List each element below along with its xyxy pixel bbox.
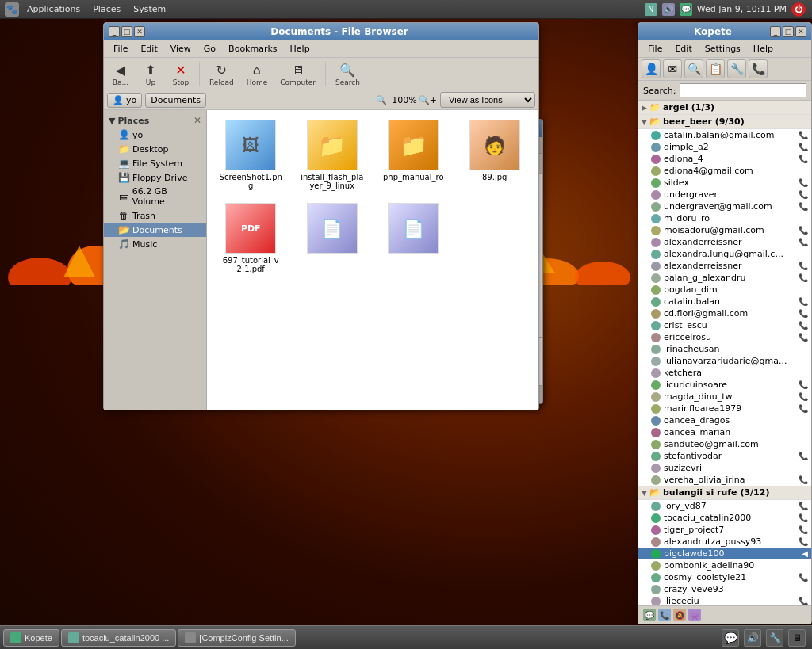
contact-bombonik-adelina90[interactable]: bombonik_adelina90 bbox=[638, 559, 811, 571]
group-argel-header[interactable]: ▶ 📁 argel (1/3) bbox=[638, 101, 811, 115]
contact-vereha-olivia-irina[interactable]: vereha_olivia_irina 📞 bbox=[638, 474, 811, 486]
kopete-menu-settings[interactable]: Settings bbox=[699, 42, 747, 55]
file-item-flash[interactable]: 📁 install_flash_player_9_linux bbox=[295, 116, 370, 193]
kopete-settings-icon[interactable]: 🔧 bbox=[727, 59, 746, 78]
contact-balan-g-alexandru[interactable]: balan_g_alexandru 📞 bbox=[638, 272, 811, 284]
zoom-out-icon[interactable]: 🔍- bbox=[376, 95, 390, 105]
contact-oancea-dragos[interactable]: oancea_dragos bbox=[638, 414, 811, 426]
home-button[interactable]: ⌂ Home bbox=[242, 59, 273, 88]
kopete-search-input[interactable] bbox=[680, 83, 807, 97]
contact-ediona4-gmail[interactable]: ediona4@gmail.com bbox=[638, 165, 811, 177]
file-item-extra2[interactable]: 📄 bbox=[376, 200, 451, 277]
file-item-pdf[interactable]: PDF 697_tutorial_v2.1.pdf bbox=[213, 200, 289, 277]
contact-tocaciu-catalin2000[interactable]: tocaciu_catalin2000 📞 bbox=[638, 512, 811, 524]
group-beer-header[interactable]: ▼ 📂 beer_beer (9/30) bbox=[638, 115, 811, 129]
up-button[interactable]: ⬆ Up bbox=[137, 59, 164, 88]
contact-bigclawde100[interactable]: bigclawde100 ◀ bbox=[638, 548, 811, 559]
view-mode-dropdown[interactable]: View as Icons View as List View as Compa… bbox=[440, 92, 535, 108]
sidebar-item-music[interactable]: 🎵 Music bbox=[104, 237, 206, 251]
places-close-button[interactable]: ✕ bbox=[193, 115, 201, 126]
contact-moisadoru-gmail[interactable]: moisadoru@gmail.com 📞 bbox=[638, 224, 811, 236]
menu-help[interactable]: Help bbox=[284, 42, 316, 55]
contact-suzizevri[interactable]: suzizevri bbox=[638, 462, 811, 474]
contact-sildex[interactable]: sildex 📞 bbox=[638, 177, 811, 189]
kopete-search-icon[interactable]: 🔍 bbox=[684, 59, 703, 78]
contact-catalin-balan-gmail[interactable]: catalin.balan@gmail.com 📞 bbox=[638, 129, 811, 141]
contact-sanduteo-gmail[interactable]: sanduteo@gmail.com bbox=[638, 438, 811, 450]
kopete-minimize[interactable]: _ bbox=[770, 26, 781, 37]
contact-alexanderreissner[interactable]: alexanderreissner 📞 bbox=[638, 236, 811, 248]
places-menu[interactable]: Places bbox=[88, 2, 125, 16]
taskbar-icon2[interactable]: 🔊 bbox=[744, 629, 761, 647]
file-item-extra1[interactable]: 📄 bbox=[295, 200, 370, 277]
sidebar-item-filesystem[interactable]: 💻 File System bbox=[104, 156, 206, 170]
yo-button[interactable]: 👤 yo bbox=[107, 93, 142, 108]
documents-location-button[interactable]: Documents bbox=[145, 93, 206, 108]
computer-button[interactable]: 🖥 Computer bbox=[275, 59, 320, 88]
contact-irinacheusan[interactable]: irinacheusan bbox=[638, 343, 811, 355]
contact-stefantivodar[interactable]: stefantivodar 📞 bbox=[638, 450, 811, 462]
close-button[interactable]: ✕ bbox=[134, 26, 145, 37]
power-icon[interactable]: ⏻ bbox=[791, 2, 806, 17]
sidebar-item-volume[interactable]: 🖴 66.2 GB Volume bbox=[104, 185, 206, 208]
kopete-status-icon1[interactable]: 💬 bbox=[643, 609, 656, 621]
contact-lory-vd87[interactable]: lory_vd87 📞 bbox=[638, 500, 811, 512]
contact-ericcelrosu[interactable]: ericcelrosu 📞 bbox=[638, 331, 811, 343]
kopete-maximize[interactable]: □ bbox=[783, 26, 794, 37]
contact-bogdan-dim[interactable]: bogdan_dim bbox=[638, 284, 811, 296]
sidebar-item-desktop[interactable]: 📁 Desktop bbox=[104, 142, 206, 156]
taskbar-icon4[interactable]: 🖥 bbox=[788, 629, 806, 647]
menu-go[interactable]: Go bbox=[197, 42, 222, 55]
reload-button[interactable]: ↻ Reload bbox=[205, 59, 239, 88]
file-item-screenshot[interactable]: 🖼 ScreenShot1.png bbox=[213, 116, 289, 193]
taskbar-item-compiz[interactable]: [CompizConfig Settin... bbox=[178, 629, 296, 647]
contact-oancea-marian[interactable]: oancea_marian bbox=[638, 426, 811, 438]
contact-tiger-project7[interactable]: tiger_project7 📞 bbox=[638, 524, 811, 536]
contact-alexandra-lungu[interactable]: alexandra.lungu@gmail.c... bbox=[638, 248, 811, 260]
contact-iliececiu[interactable]: iliececiu 📞 bbox=[638, 595, 811, 605]
contact-iuliana[interactable]: iulianavarzariudarie@gma... bbox=[638, 355, 811, 367]
sidebar-item-documents[interactable]: 📂 Documents bbox=[104, 223, 206, 237]
kopete-close[interactable]: ✕ bbox=[795, 26, 806, 37]
contact-crazy-veve93[interactable]: crazy_veve93 bbox=[638, 583, 811, 595]
zoom-in-icon[interactable]: 🔍+ bbox=[419, 95, 437, 105]
kopete-status-icon3[interactable]: 🔕 bbox=[673, 609, 686, 621]
contact-dimple-a2[interactable]: dimple_a2 📞 bbox=[638, 141, 811, 153]
contact-undergraver[interactable]: undergraver 📞 bbox=[638, 189, 811, 200]
add-contact-icon[interactable]: 👤 bbox=[642, 59, 661, 78]
back-button[interactable]: ◀ Ba... bbox=[107, 59, 134, 88]
taskbar-icon3[interactable]: 🔧 bbox=[766, 629, 783, 647]
contact-cd-flori-gmail[interactable]: cd.flori@gmail.com 📞 bbox=[638, 307, 811, 319]
taskbar-item-kopete[interactable]: Kopete bbox=[3, 629, 59, 647]
contact-m-doru-ro[interactable]: m_doru_ro bbox=[638, 212, 811, 224]
contact-catalin-balan[interactable]: catalin.balan 📞 bbox=[638, 296, 811, 307]
contact-alexanderreissner2[interactable]: alexanderreissner 📞 bbox=[638, 260, 811, 272]
taskbar-icon1[interactable]: 💬 bbox=[722, 629, 739, 647]
contact-licuricuinsoare[interactable]: licuricuinsoare 📞 bbox=[638, 379, 811, 391]
contact-ketchera[interactable]: ketchera bbox=[638, 367, 811, 379]
contact-undergraver-gmail[interactable]: undergraver@gmail.com 📞 bbox=[638, 200, 811, 212]
menu-bookmarks[interactable]: Bookmarks bbox=[222, 42, 283, 55]
kopete-menu-edit[interactable]: Edit bbox=[668, 42, 698, 55]
kopete-call-icon[interactable]: 📞 bbox=[749, 59, 768, 78]
group-bulangii-header[interactable]: ▼ 📂 bulangii si rufe (3/12) bbox=[638, 486, 811, 500]
contact-magda-dinu-tw[interactable]: magda_dinu_tw 📞 bbox=[638, 391, 811, 403]
sidebar-item-floppy[interactable]: 💾 Floppy Drive bbox=[104, 170, 206, 185]
stop-button[interactable]: ✕ Stop bbox=[167, 59, 194, 88]
kopete-menu-file[interactable]: File bbox=[642, 42, 668, 55]
contact-cosmy-coolstyle21[interactable]: cosmy_coolstyle21 📞 bbox=[638, 571, 811, 583]
kopete-menu-help[interactable]: Help bbox=[747, 42, 779, 55]
menu-view[interactable]: View bbox=[164, 42, 197, 55]
system-menu[interactable]: System bbox=[128, 2, 170, 16]
file-item-php[interactable]: 📁 php_manual_ro bbox=[376, 116, 451, 193]
menu-file[interactable]: File bbox=[107, 42, 134, 55]
kopete-tray-icon[interactable]: 💬 bbox=[680, 3, 692, 16]
taskbar-item-tocaciu[interactable]: tocaciu_catalin2000 ... bbox=[61, 629, 176, 647]
sidebar-item-trash[interactable]: 🗑 Trash bbox=[104, 208, 206, 223]
sidebar-item-yo[interactable]: 👤 yo bbox=[104, 128, 206, 142]
contact-ediona-4[interactable]: ediona_4 📞 bbox=[638, 153, 811, 165]
new-message-icon[interactable]: ✉ bbox=[663, 59, 682, 78]
file-item-89jpg[interactable]: 🧑 89.jpg (22:08:01) al4yo: vrei sa faci … bbox=[458, 116, 533, 193]
contact-alexandrutza-pussy93[interactable]: alexandrutza_pussy93 📞 bbox=[638, 536, 811, 548]
kopete-list-icon[interactable]: 📋 bbox=[706, 59, 725, 78]
